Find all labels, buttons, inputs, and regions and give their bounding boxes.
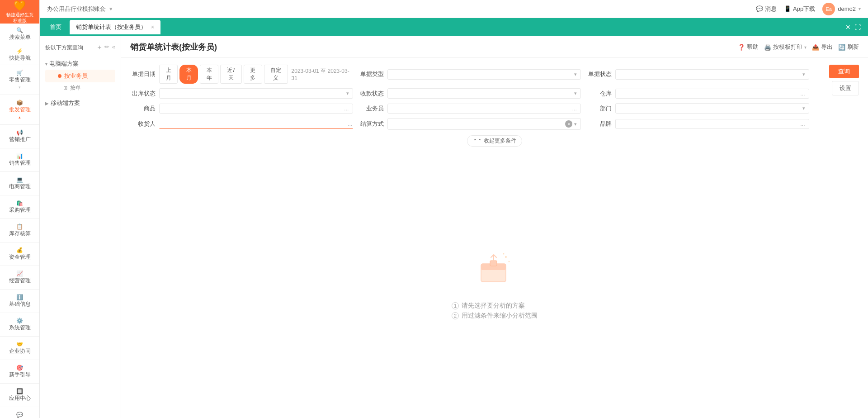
- step-2-number: 2: [452, 312, 459, 319]
- step-1-text: 请先选择要分析的方案: [462, 302, 525, 310]
- sub-scheme-icon: ⊞: [63, 85, 67, 91]
- tab-close-icon[interactable]: ×: [151, 24, 154, 30]
- warehouse-select[interactable]: …: [615, 89, 809, 99]
- inventory-icon: 📋: [0, 223, 39, 230]
- department-label: 部门: [586, 104, 612, 113]
- sidebar-item-cooperation[interactable]: 🤝 企业协同: [0, 337, 39, 360]
- collapse-panel-icon[interactable]: «: [112, 43, 115, 52]
- guide-label: 新手引导: [0, 371, 39, 379]
- sidebar-item-basics[interactable]: ℹ️ 基础信息: [0, 290, 39, 313]
- retail-label: 零售管理: [0, 76, 39, 84]
- salesperson-select[interactable]: …: [387, 104, 581, 114]
- sidebar-item-guide[interactable]: 🎯 新手引导: [0, 360, 39, 384]
- message-button[interactable]: 💬 消息: [756, 5, 777, 13]
- app-download-button[interactable]: 📱 App下载: [784, 5, 815, 13]
- empty-state: 1 请先选择要分析的方案 2 用过滤条件来缩小分析范围: [121, 149, 868, 418]
- settlement-label: 结算方式: [359, 120, 384, 128]
- refresh-button[interactable]: 🔄 刷新: [838, 43, 859, 51]
- svg-point-4: [509, 261, 510, 262]
- user-area[interactable]: Ea demo2 ▾: [822, 3, 861, 15]
- close-tab-icon[interactable]: ✕: [845, 24, 851, 31]
- sidebar-item-marketing[interactable]: 📢 营销推广: [0, 125, 39, 148]
- date-btn-more[interactable]: 更多: [244, 65, 262, 84]
- department-select[interactable]: ▾: [615, 103, 809, 114]
- sidebar-item-finance[interactable]: 💰 资金管理: [0, 242, 39, 266]
- page-header: 销货单统计表(按业务员) ❓ 帮助 🖨️ 按模板打印 ▾ 📤 导出: [121, 36, 868, 57]
- receipt-status-select[interactable]: ▾: [387, 88, 581, 99]
- goods-select[interactable]: …: [159, 104, 353, 114]
- desktop-group-title[interactable]: ▾ 电脑端方案: [45, 58, 115, 70]
- sub-scheme-by-order[interactable]: ⊞ 按单: [45, 82, 115, 94]
- marketing-label: 营销推广: [0, 136, 39, 143]
- date-btn-last-7[interactable]: 近7天: [220, 65, 242, 84]
- date-btn-custom[interactable]: 自定义: [264, 65, 288, 84]
- message-icon: 💬: [756, 5, 763, 12]
- help-label: 帮助: [747, 43, 759, 51]
- receiver-more: …: [348, 121, 353, 127]
- tab-home[interactable]: 首页: [43, 20, 68, 34]
- svg-point-3: [505, 256, 507, 258]
- ecommerce-icon: 💻: [0, 176, 39, 183]
- query-button[interactable]: 查询: [829, 65, 859, 78]
- username-label: demo2: [838, 5, 856, 12]
- sidebar-item-retail[interactable]: 🛒 零售管理 ▾: [0, 65, 39, 95]
- left-panel-actions: + ✏ «: [97, 43, 115, 52]
- sidebar-item-sales[interactable]: 📊 销售管理: [0, 148, 39, 172]
- sidebar-item-system[interactable]: ⚙️ 系统管理: [0, 313, 39, 337]
- retail-icon: 🛒: [0, 70, 39, 76]
- filter-rows-container: 单据日期 上月 本月 本年 近7天 更多 自定义 2023-03-01 至 20…: [130, 63, 859, 133]
- content-area: 按以下方案查询 + ✏ « ▾ 电脑端方案 按业务员 ⊞ 按单: [40, 36, 868, 418]
- settings-button[interactable]: 设置: [832, 81, 859, 95]
- template-print-button[interactable]: 🖨️ 按模板打印 ▾: [764, 43, 807, 51]
- receipt-status-label: 收款状态: [359, 90, 384, 98]
- download-icon: 📱: [784, 5, 791, 12]
- sidebar-logo[interactable]: 🧡 畅捷通好生意 标准版: [0, 0, 40, 24]
- doc-type-select[interactable]: ▾: [387, 69, 581, 80]
- sidebar-item-wholesale[interactable]: 📦 批发管理 ▴: [0, 95, 39, 125]
- system-label: 系统管理: [0, 324, 39, 332]
- sidebar-quick-nav[interactable]: ⚡ 快捷导航: [0, 45, 39, 65]
- receiver-input[interactable]: …: [159, 119, 353, 129]
- sidebar-item-operations[interactable]: 📈 经营管理: [0, 266, 39, 290]
- brand-select[interactable]: …: [615, 119, 809, 129]
- logo-text: 畅捷通好生意 标准版: [6, 12, 33, 24]
- purchase-label: 采购管理: [0, 206, 39, 214]
- scheme-item-by-salesperson[interactable]: 按业务员: [45, 70, 115, 82]
- sidebar-item-inventory[interactable]: 📋 库存核算: [0, 219, 39, 242]
- app-title: 办公用品行业模拟账套: [47, 5, 106, 13]
- export-icon: 📤: [812, 44, 819, 51]
- sidebar-item-ecommerce[interactable]: 💻 电商管理: [0, 172, 39, 195]
- topbar-dropdown-icon[interactable]: ▾: [109, 5, 113, 12]
- operations-icon: 📈: [0, 271, 39, 277]
- settlement-clear-icon[interactable]: ×: [565, 120, 572, 128]
- out-status-label: 出库状态: [130, 90, 156, 98]
- left-panel: 按以下方案查询 + ✏ « ▾ 电脑端方案 按业务员 ⊞ 按单: [40, 36, 121, 418]
- date-btn-last-month[interactable]: 上月: [159, 65, 178, 84]
- fullscreen-icon[interactable]: ⛶: [854, 24, 861, 31]
- settlement-arrow: ▾: [574, 121, 577, 127]
- collapse-conditions-button[interactable]: ⌃⌃ 收起更多条件: [467, 135, 522, 147]
- doc-status-select[interactable]: ▾: [615, 69, 809, 80]
- date-btn-this-year[interactable]: 本年: [200, 65, 218, 84]
- sidebar-item-wechat[interactable]: 💬 企业微信: [0, 407, 39, 418]
- settlement-select[interactable]: × ▾: [387, 118, 581, 130]
- date-range-display: 2023-03-01 至 2023-03-31: [292, 67, 353, 81]
- tabbar: 首页 销货单统计表（按业务员） × ✕ ⛶: [40, 18, 868, 36]
- query-column: 查询 设置: [809, 63, 859, 133]
- left-panel-title: 按以下方案查询: [45, 44, 83, 52]
- sidebar-item-app-center[interactable]: 🔲 应用中心: [0, 384, 39, 407]
- system-icon: ⚙️: [0, 318, 39, 324]
- sidebar-item-purchase[interactable]: 🛍️ 采购管理: [0, 195, 39, 219]
- tab-sales-stats[interactable]: 销货单统计表（按业务员） ×: [70, 20, 160, 34]
- sidebar-search-menu[interactable]: 🔍 搜索菜单: [0, 24, 39, 45]
- date-btn-this-month[interactable]: 本月: [179, 65, 198, 84]
- add-scheme-icon[interactable]: +: [97, 43, 101, 52]
- edit-scheme-icon[interactable]: ✏: [104, 43, 109, 52]
- goods-dots: …: [344, 106, 349, 111]
- mobile-group-arrow: ▶: [45, 101, 49, 106]
- mobile-group-title[interactable]: ▶ 移动端方案: [45, 97, 115, 109]
- export-button[interactable]: 📤 导出: [812, 43, 833, 51]
- out-status-select[interactable]: ▾: [159, 88, 353, 99]
- help-button[interactable]: ❓ 帮助: [738, 43, 759, 51]
- inventory-label: 库存核算: [0, 230, 39, 238]
